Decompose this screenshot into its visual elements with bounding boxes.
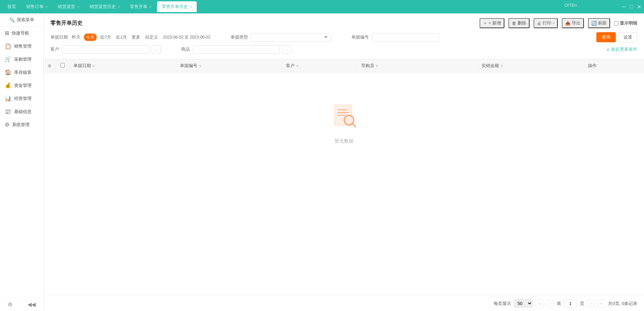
- display-detail-toggle[interactable]: 显示明细: [614, 20, 637, 26]
- collapse-area: ∧ 收起更多条件: [606, 45, 637, 54]
- th-customer-sortable[interactable]: 客户 ⇅: [286, 63, 353, 69]
- first-page-btn[interactable]: «: [535, 300, 544, 307]
- svg-rect-3: [337, 112, 349, 113]
- tab-close-sales-return-history[interactable]: ×: [118, 5, 120, 9]
- add-label: + 新增: [489, 20, 501, 26]
- date-btn-today[interactable]: 今天: [84, 34, 97, 41]
- sidebar-item-purchase-mgmt[interactable]: 🛒采购管理: [0, 53, 43, 66]
- query-btn[interactable]: 查询: [596, 32, 616, 42]
- date-filter: 单据日期 昨天 今天 近7天 近1月 更多 自定义 2023-06-02 至 2…: [50, 34, 210, 41]
- date-btn-yesterday[interactable]: 昨天: [70, 34, 82, 41]
- sidebar-item-quick-nav[interactable]: ⊞快捷导航: [0, 27, 43, 40]
- customer-filter-input[interactable]: [62, 45, 149, 54]
- maximize-btn[interactable]: □: [630, 4, 633, 10]
- date-range-display: 2023-06-02 至 2023-06-02: [163, 35, 210, 40]
- tab-sales-return-history[interactable]: 销货退货历史×: [85, 1, 125, 12]
- sidebar-label-inventory: 库存核算: [14, 69, 32, 75]
- sidebar: 🔍 搜索菜单 ⊞快捷导航📋销售管理🛒采购管理🏠库存核算💰资金管理📊经营管理📰基础…: [0, 13, 44, 311]
- tab-label-home: 首页: [7, 4, 16, 10]
- prev-page-btn[interactable]: ‹: [546, 300, 554, 307]
- export-btn[interactable]: 📤 导出: [562, 18, 584, 28]
- th-date: 单据日期 ⇅: [69, 59, 176, 72]
- sidebar-item-finance[interactable]: 💰资金管理: [0, 79, 43, 92]
- th-guide-sortable[interactable]: 导购员 ⇅: [361, 63, 443, 69]
- current-page-input[interactable]: [564, 300, 577, 307]
- number-filter-input[interactable]: [371, 33, 439, 42]
- refresh-btn[interactable]: 🔄 刷新: [588, 18, 610, 28]
- tabs-container: 首页销售订单×销货退货×销货退货历史×零售开单×零售开单历史×: [3, 1, 197, 12]
- display-detail-label: 显示明细: [620, 20, 637, 26]
- product-filter: 商品 ...: [181, 45, 292, 54]
- filter-area: 单据日期 昨天 今天 近7天 近1月 更多 自定义 2023-06-02 至 2…: [50, 32, 637, 59]
- th-amount-sortable[interactable]: 实销金额 ⇅: [482, 63, 580, 69]
- total-label: 共0页, 0条记录: [608, 301, 637, 307]
- sidebar-bottom: ⚙ ◀◀: [0, 298, 43, 311]
- sidebar-item-sales-mgmt[interactable]: 📋销售管理: [0, 40, 43, 53]
- sidebar-search[interactable]: 🔍 搜索菜单: [0, 13, 43, 27]
- sidebar-item-inventory[interactable]: 🏠库存核算: [0, 66, 43, 79]
- tab-close-retail-open-history[interactable]: ×: [190, 5, 192, 9]
- product-filter-ellipsis[interactable]: ...: [283, 45, 292, 53]
- th-number: 单据编号 ⇅: [176, 59, 282, 72]
- delete-icon: 🗑: [512, 21, 516, 26]
- sidebar-label-sales-mgmt: 销售管理: [14, 43, 32, 49]
- product-filter-input[interactable]: [193, 45, 280, 54]
- tab-retail-open[interactable]: 零售开单×: [125, 1, 156, 12]
- select-all-checkbox[interactable]: [60, 63, 65, 67]
- tab-sales-order[interactable]: 销售订单×: [21, 1, 52, 12]
- last-page-btn[interactable]: »: [597, 300, 605, 307]
- sort-guide-icon: ⇅: [376, 64, 378, 68]
- settings-btn[interactable]: 设置: [618, 32, 637, 42]
- filter-row-1: 单据日期 昨天 今天 近7天 近1月 更多 自定义 2023-06-02 至 2…: [50, 32, 637, 42]
- customer-filter-ellipsis[interactable]: ...: [152, 45, 161, 53]
- type-filter-select[interactable]: [251, 33, 331, 42]
- date-btn-1month[interactable]: 近1月: [114, 34, 128, 41]
- tab-close-retail-open[interactable]: ×: [149, 5, 151, 9]
- page-size-select[interactable]: 10 20 50 100: [514, 299, 533, 308]
- tab-label-sales-return-history: 销货退货历史: [90, 4, 116, 10]
- tab-sales-return[interactable]: 销货退货×: [53, 1, 84, 12]
- tab-label-retail-open-history: 零售开单历史: [162, 4, 188, 10]
- delete-btn[interactable]: 🗑 删除: [508, 18, 530, 28]
- type-filter: 单据类型: [231, 33, 331, 42]
- collapse-btn[interactable]: ∧ 收起更多条件: [606, 45, 637, 54]
- print-btn[interactable]: 🖨 打印 ▾: [534, 18, 558, 28]
- action-buttons: 查询 设置: [596, 32, 637, 42]
- next-page-btn[interactable]: ›: [587, 300, 594, 307]
- sidebar-item-system[interactable]: ⚙系统管理: [0, 118, 43, 131]
- tab-home[interactable]: 首页: [3, 1, 21, 12]
- th-number-sortable[interactable]: 单据编号 ⇅: [180, 63, 278, 69]
- sidebar-item-operation[interactable]: 📊经营管理: [0, 92, 43, 105]
- th-guide-label: 导购员: [361, 63, 374, 69]
- tab-retail-open-history[interactable]: 零售开单历史×: [157, 1, 197, 12]
- page-label-post: 页: [580, 301, 584, 307]
- collapse-icon[interactable]: ◀◀: [28, 301, 36, 308]
- minimize-btn[interactable]: ─: [622, 4, 626, 10]
- th-checkbox: [56, 59, 69, 72]
- settings-icon[interactable]: ⚙: [8, 301, 12, 308]
- brand-text: OfTEn: [564, 3, 577, 8]
- sidebar-icon-basic-info: 📰: [5, 108, 11, 115]
- type-filter-label: 单据类型: [231, 34, 248, 40]
- close-btn[interactable]: ✕: [637, 4, 641, 10]
- export-label: 导出: [572, 20, 581, 26]
- svg-rect-2: [337, 109, 347, 110]
- th-date-sortable[interactable]: 单据日期 ⇅: [73, 63, 171, 69]
- display-detail-checkbox[interactable]: [614, 21, 618, 25]
- data-table: ⚙ 单据日期 ⇅ 单据编号: [44, 59, 644, 171]
- sidebar-item-basic-info[interactable]: 📰基础信息: [0, 105, 43, 118]
- sort-number-icon: ⇅: [199, 64, 201, 68]
- date-btn-custom[interactable]: 自定义: [144, 34, 159, 41]
- add-btn[interactable]: ＋ + 新增: [480, 18, 504, 28]
- window-controls: ─ □ ✕: [622, 4, 641, 10]
- customer-filter-label: 客户: [50, 46, 59, 52]
- date-btn-more[interactable]: 更多: [130, 34, 142, 41]
- tab-label-sales-return: 销货退货: [58, 4, 75, 10]
- tab-close-sales-order[interactable]: ×: [46, 5, 48, 9]
- tab-close-sales-return[interactable]: ×: [77, 5, 79, 9]
- sidebar-label-purchase-mgmt: 采购管理: [14, 56, 32, 62]
- th-customer: 客户 ⇅: [282, 59, 357, 72]
- gear-icon[interactable]: ⚙: [48, 63, 52, 68]
- date-btn-7days[interactable]: 近7天: [99, 34, 112, 41]
- sort-date-icon: ⇅: [92, 64, 95, 68]
